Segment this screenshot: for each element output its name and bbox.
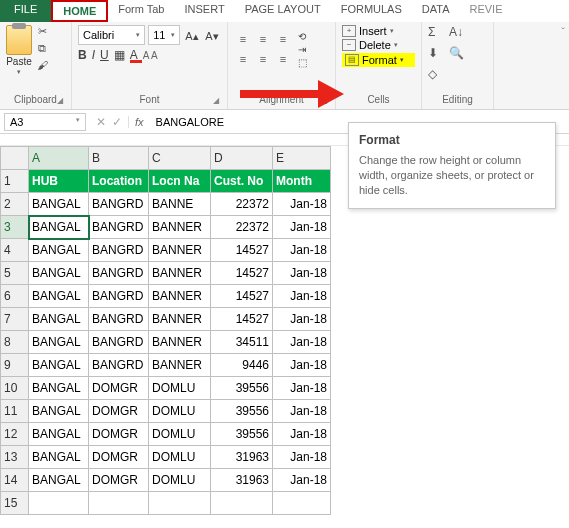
- row-header-15[interactable]: 15: [1, 492, 29, 515]
- cell[interactable]: DOMGR: [89, 423, 149, 446]
- orientation-icon[interactable]: ⟲: [298, 31, 307, 42]
- font-dialog-launcher[interactable]: ◢: [213, 96, 219, 105]
- row-header-12[interactable]: 12: [1, 423, 29, 446]
- cell[interactable]: Jan-18: [273, 469, 331, 492]
- cancel-formula-icon[interactable]: ✕: [96, 115, 106, 129]
- cell[interactable]: BANGAL: [29, 400, 89, 423]
- row-header-5[interactable]: 5: [1, 262, 29, 285]
- cell[interactable]: Jan-18: [273, 377, 331, 400]
- format-painter-icon[interactable]: 🖌: [34, 59, 50, 73]
- cell[interactable]: 22372: [211, 216, 273, 239]
- formula-value[interactable]: BANGALORE: [150, 116, 224, 128]
- header-cell[interactable]: Month: [273, 170, 331, 193]
- insert-cells-button[interactable]: + Insert▾: [342, 25, 415, 37]
- font-size-combo[interactable]: 11▾: [148, 25, 180, 45]
- clear-icon[interactable]: ◇: [428, 67, 446, 85]
- column-header-D[interactable]: D: [211, 147, 273, 170]
- cell[interactable]: BANGAL: [29, 239, 89, 262]
- cell[interactable]: BANGAL: [29, 216, 89, 239]
- cell[interactable]: BANGAL: [29, 308, 89, 331]
- row-header-13[interactable]: 13: [1, 446, 29, 469]
- cell[interactable]: BANGAL: [29, 446, 89, 469]
- cell[interactable]: [273, 492, 331, 515]
- column-header-E[interactable]: E: [273, 147, 331, 170]
- cell[interactable]: [29, 492, 89, 515]
- decrease-font-icon[interactable]: A▾: [203, 26, 221, 44]
- cell[interactable]: Jan-18: [273, 285, 331, 308]
- tab-home[interactable]: HOME: [51, 0, 108, 22]
- align-top-icon[interactable]: ≡: [234, 30, 252, 48]
- cell[interactable]: DOMGR: [89, 469, 149, 492]
- cell[interactable]: Jan-18: [273, 308, 331, 331]
- cut-icon[interactable]: ✂: [34, 25, 50, 39]
- tab-file[interactable]: FILE: [0, 0, 51, 22]
- cell[interactable]: BANGAL: [29, 193, 89, 216]
- cell[interactable]: DOMGR: [89, 377, 149, 400]
- italic-button[interactable]: I: [92, 48, 95, 62]
- cell[interactable]: 39556: [211, 400, 273, 423]
- cell[interactable]: DOMLU: [149, 446, 211, 469]
- cell[interactable]: 31963: [211, 469, 273, 492]
- row-header-11[interactable]: 11: [1, 400, 29, 423]
- fill-icon[interactable]: ⬇: [428, 46, 446, 64]
- align-center-icon[interactable]: ≡: [254, 50, 272, 68]
- cell[interactable]: BANGRD: [89, 285, 149, 308]
- enter-formula-icon[interactable]: ✓: [112, 115, 122, 129]
- row-header-6[interactable]: 6: [1, 285, 29, 308]
- row-header-14[interactable]: 14: [1, 469, 29, 492]
- row-header-4[interactable]: 4: [1, 239, 29, 262]
- cell[interactable]: Jan-18: [273, 354, 331, 377]
- sort-filter-icon[interactable]: A↓: [449, 25, 467, 43]
- column-header-A[interactable]: A: [29, 147, 89, 170]
- tab-page-layout[interactable]: PAGE LAYOUT: [235, 0, 331, 22]
- cell[interactable]: BANGAL: [29, 354, 89, 377]
- cell[interactable]: BANNER: [149, 308, 211, 331]
- indent-icon[interactable]: ⇥: [298, 44, 307, 55]
- cell[interactable]: BANNER: [149, 285, 211, 308]
- cell[interactable]: Jan-18: [273, 216, 331, 239]
- cell[interactable]: BANNER: [149, 216, 211, 239]
- header-cell[interactable]: Locn Na: [149, 170, 211, 193]
- autosum-icon[interactable]: Σ: [428, 25, 446, 43]
- cell[interactable]: BANGRD: [89, 262, 149, 285]
- row-header-8[interactable]: 8: [1, 331, 29, 354]
- cell[interactable]: DOMLU: [149, 400, 211, 423]
- font-name-combo[interactable]: Calibri▾: [78, 25, 145, 45]
- align-right-icon[interactable]: ≡: [274, 50, 292, 68]
- row-header-7[interactable]: 7: [1, 308, 29, 331]
- cell[interactable]: 34511: [211, 331, 273, 354]
- font-size-steppers[interactable]: A A: [143, 50, 158, 61]
- cell[interactable]: [211, 492, 273, 515]
- row-header-2[interactable]: 2: [1, 193, 29, 216]
- cell[interactable]: BANGRD: [89, 193, 149, 216]
- cell[interactable]: BANNER: [149, 262, 211, 285]
- row-header-9[interactable]: 9: [1, 354, 29, 377]
- bold-button[interactable]: B: [78, 48, 87, 62]
- alignment-dialog-launcher[interactable]: ◢: [321, 96, 327, 105]
- cell[interactable]: Jan-18: [273, 193, 331, 216]
- merge-icon[interactable]: ⬚: [298, 57, 307, 68]
- cell[interactable]: 9446: [211, 354, 273, 377]
- select-all-corner[interactable]: [1, 147, 29, 170]
- increase-font-icon[interactable]: A▴: [183, 26, 201, 44]
- cell[interactable]: BANGRD: [89, 354, 149, 377]
- cell[interactable]: BANGAL: [29, 469, 89, 492]
- find-select-icon[interactable]: 🔍: [449, 46, 467, 64]
- cell[interactable]: BANNER: [149, 239, 211, 262]
- underline-button[interactable]: U: [100, 48, 109, 62]
- cell[interactable]: 14527: [211, 262, 273, 285]
- cell[interactable]: BANGRD: [89, 308, 149, 331]
- format-cells-button[interactable]: ▤ Format▾: [342, 53, 415, 67]
- ribbon-collapse-icon[interactable]: ˇ: [561, 26, 565, 38]
- cell[interactable]: Jan-18: [273, 423, 331, 446]
- tab-formulas[interactable]: FORMULAS: [331, 0, 412, 22]
- align-bottom-icon[interactable]: ≡: [274, 30, 292, 48]
- clipboard-dialog-launcher[interactable]: ◢: [57, 96, 63, 105]
- cell[interactable]: BANGAL: [29, 423, 89, 446]
- column-header-B[interactable]: B: [89, 147, 149, 170]
- cell[interactable]: 31963: [211, 446, 273, 469]
- cell[interactable]: [89, 492, 149, 515]
- cell[interactable]: Jan-18: [273, 262, 331, 285]
- cell[interactable]: 39556: [211, 377, 273, 400]
- cell[interactable]: Jan-18: [273, 331, 331, 354]
